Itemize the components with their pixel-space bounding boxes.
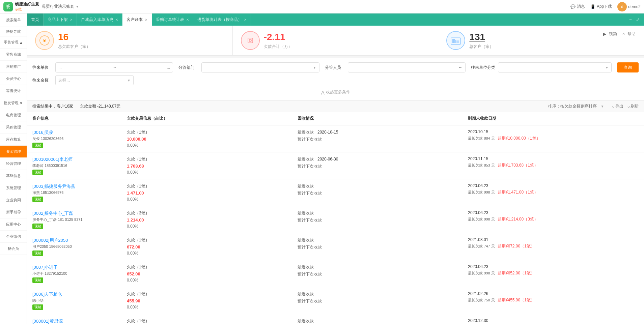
due-date-info-0: 2020.10.15 最长欠款 884 天 超期¥10,000.00（1笔）	[468, 129, 639, 141]
sidebar-item-member-app[interactable]: 畅会员	[0, 243, 27, 255]
sidebar-item-basic-info[interactable]: 基础信息	[0, 170, 27, 182]
customer-name-1[interactable]: [0001020001]李老师	[32, 156, 127, 163]
customer-tag-1: 现销	[32, 170, 43, 175]
sidebar-item-guide[interactable]: 新手引导	[0, 206, 27, 218]
sort-label[interactable]: 排序：按欠款金额倒序排序	[548, 104, 597, 109]
search-button[interactable]: 查询	[617, 62, 639, 72]
results-actions: 排序：按欠款金额倒序排序 ▼ ○ 导出 ○ 刷新	[548, 104, 639, 109]
sidebar-item-marketing[interactable]: 营销推广	[0, 61, 27, 73]
sidebar-item-ecommerce[interactable]: 电商管理	[0, 109, 27, 121]
overdue-link-5[interactable]: 超期¥652.00（1笔）	[498, 270, 535, 276]
tab-customer-account[interactable]: 客户账本 ✕	[122, 13, 152, 26]
customer-name-3[interactable]: [0002]服务中心_丁磊	[32, 210, 127, 216]
debt-amount-2[interactable]: 1,471.00	[127, 190, 298, 196]
tab-home[interactable]: 首页	[27, 13, 44, 26]
export-icon: ○	[612, 104, 615, 109]
debt-amount-0[interactable]: 10,000.00	[127, 137, 298, 142]
company-selector[interactable]: 母婴行业演示账套 ▼	[42, 4, 79, 9]
company-name: 母婴行业演示账套	[42, 4, 74, 9]
dept-select[interactable]: ▼	[201, 62, 319, 72]
balance-select[interactable]: 选择... ▼	[55, 75, 134, 85]
last-collect-label-2: 最近收款	[298, 183, 468, 189]
sidebar-item-system[interactable]: 系统管理	[0, 182, 27, 194]
unit-category-select[interactable]: ▼	[498, 62, 612, 72]
stat-item-debt-customers: ¥ 16 总欠款客户（家）	[27, 26, 233, 55]
sidebar-item-wholesale[interactable]: 批发管理 ▼	[0, 97, 27, 109]
customer-info-2: [0003]畅捷服务尹海燕 海燕 18513066976 现销	[32, 183, 127, 202]
sidebar-item-operations[interactable]: 经营管理	[0, 158, 27, 170]
app-download-label: App下载	[597, 4, 612, 9]
collect-info-3: 最近收款 预计下次收款	[298, 210, 468, 223]
sidebar-item-enterprise-wechat[interactable]: 企业微信	[0, 231, 27, 243]
balance-arrow-icon: ▼	[127, 79, 131, 82]
message-icon: 💬	[570, 4, 576, 9]
message-button[interactable]: 💬 消息	[570, 4, 585, 9]
app-download-button[interactable]: 📱 App下载	[590, 4, 612, 9]
tab-product-listing[interactable]: 商品上下架 ✕	[44, 13, 77, 26]
customer-name-5[interactable]: [0007]小进干	[32, 264, 127, 270]
next-collect-2: 预计下次收款	[298, 190, 468, 196]
user-menu[interactable]: d demo2	[617, 2, 641, 11]
app-name: 畅捷通好生意	[15, 1, 39, 7]
sidebar-item-inventory[interactable]: 库存核算	[0, 134, 27, 146]
tab-close-icon[interactable]: ✕	[115, 18, 118, 22]
refresh-button[interactable]: ○ 刷新	[627, 104, 639, 109]
export-label: 导出	[615, 104, 623, 109]
stat-top-actions: ▶ 视频 ○ 帮助	[603, 31, 636, 37]
customer-name-6[interactable]: [0006]去下粮仓	[32, 291, 127, 297]
debt-amount-6[interactable]: 455.90	[127, 298, 298, 303]
overdue-days-4: 最长欠款 747 天	[468, 244, 495, 249]
tab-close-icon[interactable]: ✕	[186, 18, 189, 22]
source-unit-input[interactable]: ... ···	[55, 62, 173, 72]
customer-name-0[interactable]: [0016]吴俊	[32, 129, 127, 136]
overdue-link-0[interactable]: 超期¥10,000.00（1笔）	[498, 136, 540, 141]
tab-purchase-stats-product[interactable]: 进货单统计表（按商品） ✕	[193, 13, 251, 26]
username: demo2	[628, 4, 641, 9]
customer-name-2[interactable]: [0003]畅捷服务尹海燕	[32, 183, 127, 189]
overdue-link-1[interactable]: 超期¥1,703.68（1笔）	[498, 163, 538, 168]
tab-close-icon[interactable]: ✕	[70, 18, 73, 22]
sidebar-item-purchase[interactable]: 采购管理	[0, 121, 27, 134]
overdue-link-2[interactable]: 超期¥1,471.00（1笔）	[498, 189, 538, 195]
overdue-link-3[interactable]: 超期¥1,214.00（3笔）	[498, 216, 538, 222]
col-header-customer: 客户信息	[32, 116, 127, 121]
debt-info-2: 欠款（1笔） 1,471.00 0.00%	[127, 183, 298, 202]
customer-name-7[interactable]: [000001]黄思源	[32, 318, 127, 324]
tab-purchase-order-stats[interactable]: 采购订单统计表 ✕	[152, 13, 193, 26]
debt-info-4: 欠款（1笔） 672.00 0.00%	[127, 237, 298, 256]
sidebar-item-collaboration[interactable]: 企业协同	[0, 194, 27, 206]
tab-close-icon[interactable]: ✕	[145, 18, 147, 22]
collapse-more-button[interactable]: ⋀ 收起更多条件	[32, 88, 639, 96]
debt-amount-1[interactable]: 1,703.68	[127, 164, 298, 169]
debt-amount-5[interactable]: 652.00	[127, 271, 298, 276]
overdue-link-4[interactable]: 超期¥672.00（1笔）	[498, 243, 535, 249]
help-label[interactable]: 帮助	[627, 31, 636, 37]
tab-minimize-icon[interactable]: −	[628, 16, 633, 23]
video-label[interactable]: 视频	[609, 31, 617, 37]
export-button[interactable]: ○ 导出	[612, 104, 623, 109]
debt-amount-4[interactable]: 672.00	[127, 244, 298, 249]
tab-maximize-icon[interactable]: ⤢	[635, 16, 641, 23]
tab-close-icon[interactable]: ✕	[244, 18, 247, 22]
table-row: [0016]吴俊 吴俊 13026203696 现销 欠款（1笔） 10,000…	[27, 125, 644, 152]
due-date-6: 2021.02.26	[468, 291, 639, 296]
debt-info-3: 欠款（3笔） 1,214.00 0.00%	[127, 210, 298, 229]
customer-name-4[interactable]: [000002]用户2050	[32, 237, 127, 243]
sidebar-item-retail-mall[interactable]: 零售商城	[0, 49, 27, 61]
refresh-icon: ○	[627, 104, 630, 109]
sidebar-item-finance[interactable]: 资金管理	[0, 146, 27, 158]
sidebar-item-label: 采购管理	[6, 125, 21, 129]
last-collect-label-7: 最近收款	[298, 318, 468, 324]
sidebar-quick-nav[interactable]: 快捷导航	[0, 27, 27, 36]
tab-product-history[interactable]: 产成品入库单历史 ✕	[77, 13, 122, 26]
person-input[interactable]: ···	[348, 62, 466, 72]
overdue-link-6[interactable]: 超期¥455.90（1笔）	[498, 297, 535, 303]
results-text: 搜索结果中，客户16家	[32, 104, 73, 109]
sidebar-item-retail-stats[interactable]: 零售统计	[0, 85, 27, 97]
stat-item-total-customers: 131 总客户（家） ▶ 视频 ○ 帮助	[438, 26, 644, 55]
sidebar-search-button[interactable]: 搜索菜单	[1, 16, 25, 24]
sidebar-item-members[interactable]: 会员中心	[0, 73, 27, 85]
sidebar-item-app-center[interactable]: 应用中心	[0, 218, 27, 231]
sidebar-item-retail-management[interactable]: 零售管理 ▲	[0, 36, 27, 49]
debt-amount-3[interactable]: 1,214.00	[127, 217, 298, 223]
